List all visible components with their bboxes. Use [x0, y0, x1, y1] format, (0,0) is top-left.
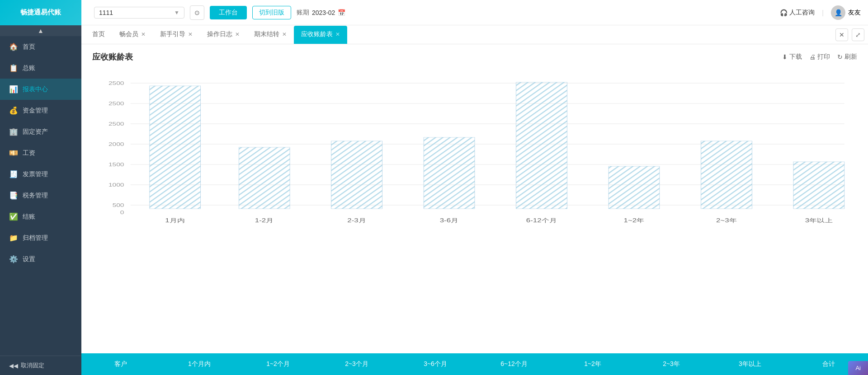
page-content: 应收账龄表 ⬇ 下载 🖨 打印 ↻ 刷新: [81, 44, 868, 375]
svg-text:6-12个月: 6-12个月: [526, 217, 557, 223]
sidebar-icon: ⚙️: [9, 255, 18, 263]
svg-text:500: 500: [113, 202, 124, 208]
page-actions: ⬇ 下载 🖨 打印 ↻ 刷新: [782, 53, 857, 68]
download-icon: ⬇: [782, 53, 788, 61]
sidebar-item-发票管理[interactable]: 🧾发票管理: [0, 164, 81, 185]
sidebar-item-税务管理[interactable]: 📑税务管理: [0, 185, 81, 206]
period-value: 2023-02: [312, 9, 335, 16]
table-header-1个月内: 1个月内: [160, 360, 239, 368]
sidebar-item-设置[interactable]: ⚙️设置: [0, 248, 81, 270]
close-all-tabs-button[interactable]: ✕: [835, 28, 848, 41]
svg-text:2000: 2000: [108, 141, 124, 147]
tab-label: 期末结转: [254, 30, 279, 38]
tab-close-icon[interactable]: ✕: [335, 31, 340, 38]
sidebar-footer[interactable]: ◀◀ 取消固定: [0, 356, 81, 375]
fullscreen-button[interactable]: ⤢: [852, 28, 864, 41]
user-area[interactable]: 👤 友友: [831, 5, 861, 20]
table-header-2~3个月: 2~3个月: [317, 360, 396, 368]
period-label: 账期: [297, 9, 309, 17]
bar-2-3年: [701, 141, 752, 209]
dropdown-arrow-icon: ▼: [174, 9, 179, 16]
bar-3年以上: [793, 162, 844, 209]
user-name: 友友: [848, 9, 861, 17]
avatar: 👤: [831, 5, 845, 20]
headset-icon: 🎧: [780, 9, 788, 16]
sidebar-item-报表中心[interactable]: 📊报表中心: [0, 79, 81, 100]
consultation-area[interactable]: 🎧 人工咨询: [780, 9, 815, 17]
sidebar-item-工资[interactable]: 💴工资: [0, 142, 81, 164]
table-header-1~2个月: 1~2个月: [239, 360, 317, 368]
bar-2-3月: [331, 141, 382, 209]
consultation-label: 人工咨询: [789, 9, 815, 17]
download-button[interactable]: ⬇ 下载: [782, 53, 802, 61]
sidebar-scroll: 🏠首页📋总账📊报表中心💰资金管理🏢固定资产💴工资🧾发票管理📑税务管理✅结账📁归档…: [0, 36, 81, 356]
sidebar-scroll-up[interactable]: ▲: [0, 25, 81, 36]
main-layout: ▲ 🏠首页📋总账📊报表中心💰资金管理🏢固定资产💴工资🧾发票管理📑税务管理✅结账📁…: [0, 25, 868, 375]
sidebar-icon: 📋: [9, 64, 18, 72]
copy-button[interactable]: ⊙: [190, 5, 204, 20]
bar-chart: 2500 2500 2500 2000 1500 1000 500 0: [92, 79, 857, 232]
pin-icon: ◀◀: [9, 362, 18, 369]
bar-1月内: [150, 86, 201, 209]
sidebar-label: 发票管理: [23, 170, 48, 178]
sidebar-icon: ✅: [9, 212, 18, 221]
svg-text:2500: 2500: [108, 121, 124, 127]
chart-wrapper: 2500 2500 2500 2000 1500 1000 500 0: [92, 79, 857, 232]
tab-close-icon[interactable]: ✕: [141, 31, 146, 38]
tabs-bar: 首页畅会员✕新手引导✕操作日志✕期末结转✕应收账龄表✕ ✕ ⤢: [81, 25, 868, 44]
tab-close-icon[interactable]: ✕: [235, 31, 240, 38]
svg-text:2500: 2500: [108, 80, 124, 86]
tab-close-icon[interactable]: ✕: [282, 31, 287, 38]
sidebar-item-资金管理[interactable]: 💰资金管理: [0, 100, 81, 121]
tab-操作日志[interactable]: 操作日志✕: [200, 26, 247, 44]
sidebar-icon: 🧾: [9, 170, 18, 178]
sidebar-icon: 📊: [9, 85, 18, 94]
tab-期末结转[interactable]: 期末结转✕: [247, 26, 294, 44]
sidebar-item-首页[interactable]: 🏠首页: [0, 36, 81, 57]
page-header: 应收账龄表 ⬇ 下载 🖨 打印 ↻ 刷新: [81, 44, 868, 70]
tab-首页[interactable]: 首页: [85, 26, 112, 44]
tab-label: 新手引导: [160, 30, 185, 38]
svg-text:1000: 1000: [108, 182, 124, 188]
logo-text: 畅捷通易代账: [20, 8, 61, 17]
tab-label: 畅会员: [119, 30, 138, 38]
sidebar-item-固定资产[interactable]: 🏢固定资产: [0, 121, 81, 142]
switch-version-button[interactable]: 切到旧版: [252, 6, 291, 19]
workbench-button[interactable]: 工作台: [210, 6, 247, 19]
sidebar-label: 归档管理: [23, 234, 48, 242]
sidebar-item-归档管理[interactable]: 📁归档管理: [0, 227, 81, 248]
table-header-3~6个月: 3~6个月: [396, 360, 475, 368]
sidebar-label: 税务管理: [23, 192, 48, 200]
copy-icon: ⊙: [194, 9, 200, 16]
print-button[interactable]: 🖨 打印: [809, 53, 830, 61]
table-header-3年以上: 3年以上: [711, 360, 789, 368]
svg-text:3年以上: 3年以上: [805, 217, 833, 223]
tab-close-icon[interactable]: ✕: [188, 31, 193, 38]
sidebar-label: 报表中心: [23, 85, 48, 94]
ai-badge[interactable]: Ai: [848, 361, 868, 375]
period-area: 账期 2023-02 📅: [297, 9, 345, 17]
sidebar-item-结账[interactable]: ✅结账: [0, 206, 81, 227]
refresh-button[interactable]: ↻ 刷新: [837, 53, 857, 61]
tab-应收账龄表[interactable]: 应收账龄表✕: [294, 26, 347, 44]
tab-畅会员[interactable]: 畅会员✕: [112, 26, 153, 44]
sidebar-label: 资金管理: [23, 107, 48, 115]
page-title: 应收账龄表: [92, 52, 133, 70]
cancel-pin-label: 取消固定: [21, 361, 44, 370]
svg-text:3-6月: 3-6月: [440, 217, 459, 223]
sidebar-label: 设置: [23, 255, 35, 263]
sidebar-label: 固定资产: [23, 128, 48, 136]
tab-label: 操作日志: [207, 30, 232, 38]
sidebar-item-总账[interactable]: 📋总账: [0, 57, 81, 79]
tab-新手引导[interactable]: 新手引导✕: [153, 26, 200, 44]
company-select[interactable]: 1111 ▼: [94, 7, 184, 19]
logo-area: 畅捷通易代账: [0, 0, 81, 25]
table-header-客户: 客户: [81, 360, 160, 368]
tab-label: 首页: [92, 30, 105, 38]
bar-1-2月: [239, 147, 290, 209]
bar-1-2年: [609, 166, 660, 209]
sidebar-icon: 🏠: [9, 42, 18, 51]
sidebar-icon: 🏢: [9, 127, 18, 136]
calendar-icon[interactable]: 📅: [338, 9, 345, 16]
svg-text:2500: 2500: [108, 101, 124, 106]
